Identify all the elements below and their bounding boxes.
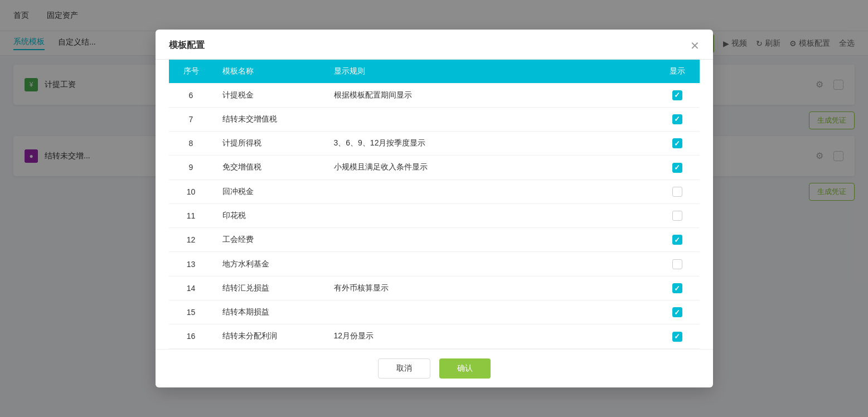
- table-header: 序号 模板名称 显示规则 显示: [169, 60, 700, 83]
- modal-body: 序号 模板名称 显示规则 显示 6计提税金根据模板配置期间显示7结转未交增值税8…: [156, 60, 713, 348]
- checkbox-4[interactable]: [672, 187, 682, 197]
- checkbox-5[interactable]: [672, 211, 682, 221]
- cell-no-5: 11: [169, 203, 214, 227]
- cell-checkbox-10: [655, 324, 700, 348]
- cell-rule-0: 根据模板配置期间显示: [325, 83, 655, 107]
- cell-rule-2: 3、6、9、12月按季度显示: [325, 131, 655, 155]
- cell-rule-4: [325, 180, 655, 203]
- cell-no-4: 10: [169, 180, 214, 203]
- confirm-button[interactable]: 确认: [439, 358, 491, 379]
- table-row: 7结转未交增值税: [169, 107, 700, 131]
- cell-no-0: 6: [169, 83, 214, 107]
- checkbox-8[interactable]: [672, 283, 682, 293]
- table-row: 13地方水利基金: [169, 252, 700, 276]
- cell-checkbox-9: [655, 300, 700, 324]
- cell-checkbox-6: [655, 228, 700, 252]
- cell-rule-10: 12月份显示: [325, 324, 655, 348]
- cell-rule-8: 有外币核算显示: [325, 276, 655, 300]
- table-row: 15结转本期损益: [169, 300, 700, 324]
- cell-no-9: 15: [169, 300, 214, 324]
- template-config-modal: 模板配置 ✕ 序号 模板名称 显示规则 显示 6计提税金根据模板配置期间显示7结…: [156, 30, 713, 387]
- col-header-no: 序号: [169, 60, 214, 83]
- cell-rule-9: [325, 300, 655, 324]
- cancel-button[interactable]: 取消: [378, 358, 430, 379]
- checkbox-6[interactable]: [672, 235, 682, 245]
- col-header-display: 显示: [655, 60, 700, 83]
- modal-footer: 取消 确认: [156, 349, 713, 387]
- cell-name-8: 结转汇兑损益: [214, 276, 325, 300]
- table-row: 14结转汇兑损益有外币核算显示: [169, 276, 700, 300]
- table-row: 10回冲税金: [169, 180, 700, 203]
- cell-name-5: 印花税: [214, 203, 325, 227]
- cell-name-6: 工会经费: [214, 228, 325, 252]
- table-row: 9免交增值税小规模且满足收入条件显示: [169, 156, 700, 180]
- cell-checkbox-0: [655, 83, 700, 107]
- col-header-name: 模板名称: [214, 60, 325, 83]
- cell-rule-6: [325, 228, 655, 252]
- table-row: 16结转未分配利润12月份显示: [169, 324, 700, 348]
- checkbox-3[interactable]: [672, 163, 682, 173]
- table-row: 6计提税金根据模板配置期间显示: [169, 83, 700, 107]
- checkbox-7[interactable]: [672, 259, 682, 269]
- cell-name-3: 免交增值税: [214, 156, 325, 180]
- cell-no-3: 9: [169, 156, 214, 180]
- cell-rule-7: [325, 252, 655, 276]
- checkbox-1[interactable]: [672, 114, 682, 124]
- cell-name-1: 结转未交增值税: [214, 107, 325, 131]
- cell-checkbox-7: [655, 252, 700, 276]
- modal-header: 模板配置 ✕: [156, 30, 713, 60]
- cell-checkbox-3: [655, 156, 700, 180]
- cell-rule-5: [325, 203, 655, 227]
- cell-checkbox-4: [655, 180, 700, 203]
- checkbox-9[interactable]: [672, 307, 682, 317]
- cell-name-4: 回冲税金: [214, 180, 325, 203]
- cell-checkbox-1: [655, 107, 700, 131]
- cell-no-2: 8: [169, 131, 214, 155]
- table-row: 8计提所得税3、6、9、12月按季度显示: [169, 131, 700, 155]
- cell-name-7: 地方水利基金: [214, 252, 325, 276]
- cell-checkbox-2: [655, 131, 700, 155]
- cell-no-6: 12: [169, 228, 214, 252]
- checkbox-0[interactable]: [672, 90, 682, 100]
- cell-no-7: 13: [169, 252, 214, 276]
- cell-checkbox-8: [655, 276, 700, 300]
- modal-overlay: 模板配置 ✕ 序号 模板名称 显示规则 显示 6计提税金根据模板配置期间显示7结…: [0, 0, 868, 417]
- modal-close-button[interactable]: ✕: [690, 40, 700, 51]
- cell-rule-1: [325, 107, 655, 131]
- cell-no-10: 16: [169, 324, 214, 348]
- cell-name-10: 结转未分配利润: [214, 324, 325, 348]
- cell-checkbox-5: [655, 203, 700, 227]
- table-row: 12工会经费: [169, 228, 700, 252]
- config-table: 序号 模板名称 显示规则 显示 6计提税金根据模板配置期间显示7结转未交增值税8…: [169, 60, 700, 348]
- modal-title: 模板配置: [169, 40, 205, 51]
- cell-name-2: 计提所得税: [214, 131, 325, 155]
- cell-no-1: 7: [169, 107, 214, 131]
- checkbox-10[interactable]: [672, 332, 682, 342]
- cell-name-9: 结转本期损益: [214, 300, 325, 324]
- table-row: 11印花税: [169, 203, 700, 227]
- checkbox-2[interactable]: [672, 138, 682, 148]
- table-body: 6计提税金根据模板配置期间显示7结转未交增值税8计提所得税3、6、9、12月按季…: [169, 83, 700, 348]
- cell-no-8: 14: [169, 276, 214, 300]
- cell-name-0: 计提税金: [214, 83, 325, 107]
- col-header-rule: 显示规则: [325, 60, 655, 83]
- cell-rule-3: 小规模且满足收入条件显示: [325, 156, 655, 180]
